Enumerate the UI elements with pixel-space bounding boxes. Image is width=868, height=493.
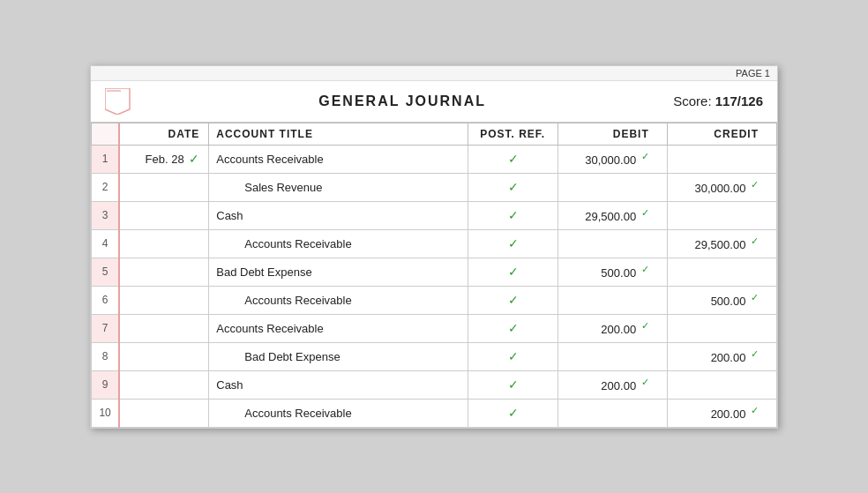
row-credit: 500.00 ✓ [667, 286, 776, 314]
row-account-title: Bad Debt Expense [209, 258, 468, 286]
row-debit: 200.00 ✓ [557, 370, 667, 399]
header-date: DATE [119, 123, 209, 145]
debit-check-icon: ✓ [641, 151, 649, 161]
row-date [119, 201, 209, 229]
row-credit [667, 258, 776, 286]
row-postref: ✓ [468, 399, 557, 427]
table-row: 1Feb. 28 ✓Accounts Receivable✓30,000.00 … [92, 145, 777, 173]
journal-page: PAGE 1 GENERAL JOURNAL Score: 117/126 DA… [90, 65, 778, 429]
postref-check-icon: ✓ [508, 293, 519, 307]
row-credit: 30,000.00 ✓ [667, 173, 776, 201]
row-number: 7 [92, 314, 120, 342]
journal-table-wrapper: DATE ACCOUNT TITLE POST. REF. DEBIT CRED… [91, 123, 777, 428]
table-row: 4Accounts Receivable✓29,500.00 ✓ [92, 229, 777, 258]
row-debit [557, 286, 667, 314]
row-account-title: Cash [209, 201, 468, 229]
row-postref: ✓ [468, 342, 557, 370]
row-date: Feb. 28 ✓ [119, 145, 209, 173]
row-postref: ✓ [468, 314, 557, 342]
debit-check-icon: ✓ [641, 377, 649, 387]
date-check-icon: ✓ [189, 152, 199, 166]
row-date [119, 399, 209, 427]
table-row: 6Accounts Receivable✓500.00 ✓ [92, 286, 777, 314]
row-debit [557, 399, 667, 427]
row-debit [557, 342, 667, 370]
row-account-title: Accounts Receivable [209, 399, 468, 427]
row-account-title: Accounts Receivable [209, 286, 468, 314]
header-credit: CREDIT [667, 123, 776, 145]
row-number: 2 [92, 173, 120, 201]
row-date [119, 173, 209, 201]
row-credit [667, 314, 776, 342]
row-number: 8 [92, 342, 120, 370]
score-display: Score: 117/126 [673, 93, 763, 108]
header-num [92, 123, 120, 145]
row-debit [557, 173, 667, 201]
row-debit: 500.00 ✓ [557, 258, 667, 286]
page-top-bar: PAGE 1 [91, 66, 777, 81]
svg-marker-0 [105, 88, 130, 115]
postref-check-icon: ✓ [508, 152, 519, 166]
row-date [119, 314, 209, 342]
postref-check-icon: ✓ [508, 208, 519, 222]
credit-check-icon: ✓ [751, 235, 759, 246]
page-label: PAGE 1 [736, 68, 770, 78]
row-number: 10 [92, 399, 120, 427]
row-date [119, 286, 209, 314]
postref-check-icon: ✓ [508, 321, 519, 335]
row-date [119, 342, 209, 370]
journal-table: DATE ACCOUNT TITLE POST. REF. DEBIT CRED… [91, 123, 777, 428]
row-debit [557, 229, 667, 258]
row-credit [667, 201, 776, 229]
row-postref: ✓ [468, 145, 557, 173]
header-account: ACCOUNT TITLE [209, 123, 468, 145]
row-date [119, 370, 209, 399]
table-row: 10Accounts Receivable✓200.00 ✓ [92, 399, 777, 427]
row-account-title: Bad Debt Expense [209, 342, 468, 370]
table-row: 9Cash✓200.00 ✓ [92, 370, 777, 399]
row-credit: 200.00 ✓ [667, 399, 776, 427]
row-number: 1 [92, 145, 120, 173]
table-row: 5Bad Debt Expense✓500.00 ✓ [92, 258, 777, 286]
postref-check-icon: ✓ [508, 180, 519, 194]
table-row: 2Sales Revenue✓30,000.00 ✓ [92, 173, 777, 201]
postref-check-icon: ✓ [508, 377, 519, 392]
debit-check-icon: ✓ [641, 207, 649, 218]
credit-check-icon: ✓ [751, 348, 759, 359]
row-number: 3 [92, 201, 120, 229]
journal-title: GENERAL JOURNAL [131, 93, 673, 109]
credit-check-icon: ✓ [751, 292, 759, 303]
row-postref: ✓ [468, 370, 557, 399]
row-debit: 200.00 ✓ [557, 314, 667, 342]
row-account-title: Sales Revenue [209, 173, 468, 201]
row-account-title: Accounts Receivable [209, 229, 468, 258]
debit-check-icon: ✓ [641, 264, 649, 274]
table-header-row: DATE ACCOUNT TITLE POST. REF. DEBIT CRED… [92, 123, 777, 145]
row-number: 9 [92, 370, 120, 399]
row-account-title: Accounts Receivable [209, 314, 468, 342]
logo-icon [105, 88, 131, 115]
postref-check-icon: ✓ [508, 349, 519, 363]
score-value: 117/126 [715, 93, 763, 108]
row-account-title: Accounts Receivable [209, 145, 468, 173]
row-date [119, 229, 209, 258]
postref-check-icon: ✓ [508, 236, 519, 250]
table-row: 7Accounts Receivable✓200.00 ✓ [92, 314, 777, 342]
row-account-title: Cash [209, 370, 468, 399]
score-label: Score: [673, 93, 711, 108]
credit-check-icon: ✓ [751, 405, 759, 415]
svg-marker-1 [107, 90, 121, 92]
postref-check-icon: ✓ [508, 406, 519, 420]
row-debit: 29,500.00 ✓ [557, 201, 667, 229]
row-postref: ✓ [468, 173, 557, 201]
row-debit: 30,000.00 ✓ [557, 145, 667, 173]
credit-check-icon: ✓ [751, 179, 759, 190]
row-credit: 200.00 ✓ [667, 342, 776, 370]
row-date [119, 258, 209, 286]
row-number: 6 [92, 286, 120, 314]
postref-check-icon: ✓ [508, 265, 519, 279]
table-row: 8Bad Debt Expense✓200.00 ✓ [92, 342, 777, 370]
row-credit [667, 145, 776, 173]
debit-check-icon: ✓ [641, 320, 649, 331]
header-debit: DEBIT [557, 123, 667, 145]
